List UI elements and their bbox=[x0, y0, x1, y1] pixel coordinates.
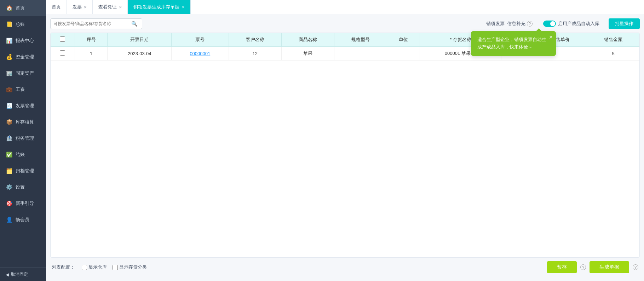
sidebar-item-archive-label: 归档管理 bbox=[16, 168, 34, 174]
save-button[interactable]: 暂存 bbox=[547, 261, 577, 273]
table-wrapper: 序号 开票日期 票号 客户名称 商品名称 规格型号 单位 * 存货名称 数量 销… bbox=[50, 33, 640, 258]
sidebar-item-funds[interactable]: 💰 资金管理 bbox=[0, 49, 46, 65]
sidebar-item-inventory[interactable]: 📦 库存核算 bbox=[0, 114, 46, 130]
funds-icon: 💰 bbox=[6, 54, 13, 60]
tooltip-text: 适合生产型企业，销项发票自动生成产成品入库，快来体验～ bbox=[477, 37, 546, 50]
archive-icon: 🗂️ bbox=[6, 168, 13, 174]
row-date: 2023-03-04 bbox=[108, 47, 171, 61]
row-unit bbox=[387, 47, 420, 61]
tab-bar: 首页 发票 × 查看凭证 × 销项发票生成库存单据 × bbox=[46, 0, 644, 14]
toolbar-row: 🔍 销项发票_信息补充 ? ✕ 适合生产型企业，销项发票自动生成产成品入库，快来… bbox=[50, 18, 640, 29]
tab-invoice[interactable]: 发票 × bbox=[67, 0, 93, 14]
sidebar-item-settlement[interactable]: ✅ 结账 bbox=[0, 147, 46, 163]
sidebar-item-settlement-label: 结账 bbox=[16, 151, 25, 158]
unpin-icon: ◀ bbox=[6, 272, 9, 277]
sidebar-item-reports-label: 报表中心 bbox=[16, 38, 34, 44]
guide-icon: 🎯 bbox=[6, 200, 13, 207]
tab-voucher[interactable]: 查看凭证 × bbox=[93, 0, 128, 14]
search-box[interactable]: 🔍 bbox=[50, 18, 142, 29]
search-input[interactable] bbox=[53, 21, 131, 26]
tab-invoice-close[interactable]: × bbox=[84, 4, 87, 10]
sidebar-item-member-label: 畅会员 bbox=[16, 217, 29, 223]
sidebar-item-archive[interactable]: 🗂️ 归档管理 bbox=[0, 163, 46, 179]
tab-home[interactable]: 首页 bbox=[46, 0, 67, 14]
batch-btn[interactable]: 批量操作 bbox=[609, 18, 640, 29]
invoice-mgmt-icon: 🧾 bbox=[6, 103, 13, 109]
unpin-button[interactable]: ◀ 取消固定 bbox=[0, 268, 46, 281]
tax-icon: 🏦 bbox=[6, 135, 13, 142]
sidebar-item-tax-label: 税务管理 bbox=[16, 135, 34, 142]
col-unit: 单位 bbox=[387, 33, 420, 47]
row-checkbox-cell bbox=[51, 47, 75, 61]
sidebar-item-home[interactable]: 🏠 首页 bbox=[0, 0, 46, 16]
row-amount: 5 bbox=[587, 47, 639, 61]
auto-warehouse-toggle[interactable] bbox=[543, 21, 556, 27]
main-area: 首页 发票 × 查看凭证 × 销项发票生成库存单据 × 🔍 销项发票_信息补充 … bbox=[46, 0, 644, 281]
inventory-icon: 📦 bbox=[6, 119, 13, 125]
show-warehouse-label[interactable]: 显示仓库 bbox=[82, 264, 107, 270]
generate-help-icon[interactable]: ? bbox=[633, 264, 638, 270]
show-category-label[interactable]: 显示存货分类 bbox=[113, 264, 147, 270]
sidebar-item-assets-label: 固定资产 bbox=[16, 70, 34, 76]
home-icon: 🏠 bbox=[6, 5, 13, 11]
sidebar-item-guide-label: 新手引导 bbox=[16, 200, 34, 207]
sidebar-item-reports[interactable]: 📊 报表中心 bbox=[0, 33, 46, 49]
row-invoice-no[interactable]: 00000001 bbox=[171, 47, 229, 61]
generate-button[interactable]: 生成单据 bbox=[590, 261, 629, 273]
show-category-text: 显示存货分类 bbox=[119, 264, 147, 270]
save-help-icon[interactable]: ? bbox=[580, 264, 586, 270]
tooltip-close-button[interactable]: ✕ bbox=[549, 33, 553, 41]
tab-voucher-label: 查看凭证 bbox=[98, 4, 117, 10]
settlement-icon: ✅ bbox=[6, 151, 13, 158]
unpin-label: 取消固定 bbox=[11, 271, 28, 277]
tooltip-wrapper: ✕ 适合生产型企业，销项发票自动生成产成品入库，快来体验～ bbox=[543, 21, 556, 27]
info-label-text: 销项发票_信息补充 bbox=[486, 21, 525, 27]
row-spec bbox=[334, 47, 387, 61]
col-goods: 商品名称 bbox=[281, 33, 334, 47]
content-area: 🔍 销项发票_信息补充 ? ✕ 适合生产型企业，销项发票自动生成产成品入库，快来… bbox=[46, 14, 644, 281]
show-warehouse-checkbox[interactable] bbox=[82, 265, 87, 270]
search-icon: 🔍 bbox=[131, 21, 137, 27]
tab-home-label: 首页 bbox=[52, 4, 61, 10]
list-config-label: 列表配置： bbox=[52, 264, 75, 270]
bottom-bar: 列表配置： 显示仓库 显示存货分类 暂存 ? 生成单据 ? bbox=[50, 258, 640, 277]
row-checkbox[interactable] bbox=[60, 50, 65, 56]
toggle-label: 启用产成品自动入库 bbox=[558, 21, 599, 27]
ledger-icon: 📒 bbox=[6, 21, 13, 28]
sidebar-item-salary[interactable]: 💼 工资 bbox=[0, 81, 46, 98]
sidebar-item-ledger[interactable]: 📒 总账 bbox=[0, 16, 46, 33]
tab-cancellation[interactable]: 销项发票生成库存单据 × bbox=[128, 0, 190, 14]
col-seq: 序号 bbox=[75, 33, 108, 47]
sidebar-item-home-label: 首页 bbox=[16, 5, 25, 11]
sidebar-item-guide[interactable]: 🎯 新手引导 bbox=[0, 195, 46, 212]
row-seq: 1 bbox=[75, 47, 108, 61]
col-customer: 客户名称 bbox=[229, 33, 281, 47]
sidebar-item-assets[interactable]: 🏢 固定资产 bbox=[0, 65, 46, 81]
sidebar-item-invoice-mgmt[interactable]: 🧾 发票管理 bbox=[0, 98, 46, 114]
member-icon: 👤 bbox=[6, 217, 13, 223]
show-warehouse-text: 显示仓库 bbox=[88, 264, 107, 270]
sidebar-item-settings-label: 设置 bbox=[16, 184, 25, 190]
tooltip-popup: ✕ 适合生产型企业，销项发票自动生成产成品入库，快来体验～ bbox=[471, 31, 556, 56]
sidebar: 🏠 首页 📒 总账 📊 报表中心 💰 资金管理 🏢 固定资产 💼 工资 🧾 发票… bbox=[0, 0, 46, 281]
settings-icon: ⚙️ bbox=[6, 184, 13, 190]
show-category-checkbox[interactable] bbox=[113, 265, 118, 270]
col-checkbox bbox=[51, 33, 75, 47]
col-amount: 销售金额 bbox=[587, 33, 639, 47]
tab-invoice-label: 发票 bbox=[73, 4, 82, 10]
sidebar-item-member[interactable]: 👤 畅会员 bbox=[0, 212, 46, 228]
tab-voucher-close[interactable]: × bbox=[119, 4, 122, 10]
info-label-area: 销项发票_信息补充 ? bbox=[486, 21, 533, 27]
assets-icon: 🏢 bbox=[6, 70, 13, 76]
info-help-icon[interactable]: ? bbox=[527, 21, 533, 27]
select-all-checkbox[interactable] bbox=[60, 36, 65, 42]
sidebar-item-tax[interactable]: 🏦 税务管理 bbox=[0, 130, 46, 147]
tab-cancellation-close[interactable]: × bbox=[182, 4, 184, 10]
sidebar-item-settings[interactable]: ⚙️ 设置 bbox=[0, 179, 46, 195]
tab-cancellation-label: 销项发票生成库存单据 bbox=[133, 4, 179, 10]
bottom-actions: 暂存 ? 生成单据 ? bbox=[547, 261, 638, 273]
sidebar-item-salary-label: 工资 bbox=[16, 86, 25, 93]
salary-icon: 💼 bbox=[6, 86, 13, 93]
col-invoice-no: 票号 bbox=[171, 33, 229, 47]
col-spec: 规格型号 bbox=[334, 33, 387, 47]
